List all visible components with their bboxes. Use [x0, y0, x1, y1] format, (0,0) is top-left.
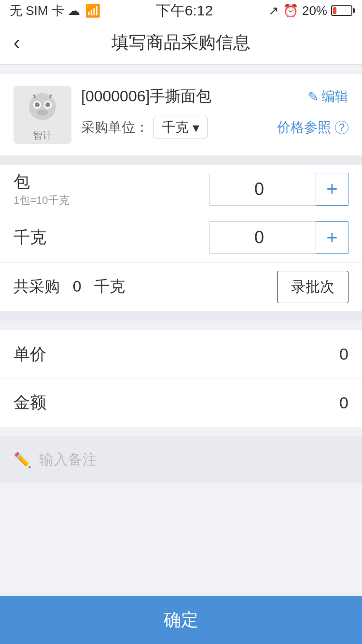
divider-1: [0, 155, 362, 165]
amount-row: 金额 0: [0, 378, 362, 427]
bag-quantity-input[interactable]: [209, 173, 316, 206]
location-icon: ↗: [268, 3, 279, 18]
price-ref-help-icon: ?: [335, 121, 348, 134]
status-bar-right: ↗ ⏰ 20%: [268, 3, 352, 18]
amount-label: 金额: [14, 392, 46, 414]
summary-row: 共采购 0 千克 录批次: [0, 263, 362, 311]
status-bar-time: 下午6:12: [156, 1, 213, 21]
nav-bar: ‹ 填写商品采购信息: [0, 21, 362, 65]
bag-input-row: 包 1包=10千克 +: [0, 165, 362, 213]
bag-label-container: 包 1包=10千克: [14, 171, 70, 208]
price-section: 单价 0 金额 0: [0, 330, 362, 427]
back-button[interactable]: ‹: [14, 32, 20, 54]
unit-selector[interactable]: 千克 ▾: [153, 116, 208, 139]
kg-plus-button[interactable]: +: [316, 221, 348, 254]
unit-label: 采购单位：: [81, 118, 149, 137]
back-icon[interactable]: ‹: [14, 32, 20, 54]
svg-point-4: [45, 102, 50, 107]
input-section: 包 1包=10千克 + 千克 + 共采购 0 千克: [0, 165, 362, 311]
battery-percent: 20%: [302, 3, 327, 18]
status-bar-left: 无 SIM 卡 ☁ 📶: [10, 2, 100, 19]
wifi-icon: 📶: [85, 3, 100, 18]
product-name: [0000006]手撕面包: [81, 86, 211, 107]
amount-value: 0: [339, 393, 348, 412]
bag-label: 包: [14, 171, 70, 193]
product-info: [0000006]手撕面包 ✎ 编辑 采购单位： 千克 ▾ 价格参照 ?: [81, 86, 348, 139]
confirm-button[interactable]: 确定: [0, 596, 362, 644]
notes-placeholder: 输入备注: [39, 450, 97, 470]
status-bar: 无 SIM 卡 ☁ 📶 下午6:12 ↗ ⏰ 20%: [0, 0, 362, 21]
notes-section[interactable]: ✏️ 输入备注: [0, 436, 362, 483]
page-title: 填写商品采购信息: [111, 31, 251, 55]
price-ref-button[interactable]: 价格参照 ?: [277, 118, 348, 137]
svg-point-5: [37, 110, 48, 115]
edit-button[interactable]: ✎ 编辑: [307, 87, 348, 106]
unit-price-value: 0: [339, 345, 348, 364]
svg-point-0: [29, 93, 56, 120]
unit-price-label: 单价: [14, 343, 46, 365]
batch-button[interactable]: 录批次: [277, 271, 348, 303]
notes-edit-icon: ✏️: [14, 451, 31, 468]
sim-status: 无 SIM 卡 ☁: [10, 2, 80, 19]
kg-quantity-input[interactable]: [209, 221, 316, 254]
summary-text: 共采购 0 千克: [14, 276, 125, 297]
unit-price-row: 单价 0: [0, 330, 362, 378]
product-card: 智计 [0000006]手撕面包 ✎ 编辑 采购单位： 千克 ▾: [0, 74, 362, 155]
alarm-icon: ⏰: [283, 3, 298, 18]
svg-point-3: [35, 102, 40, 107]
edit-icon: ✎: [307, 89, 319, 105]
kg-label: 千克: [14, 226, 46, 249]
bag-sublabel: 1包=10千克: [14, 193, 70, 208]
unit-value: 千克: [162, 118, 189, 137]
divider-2: [0, 311, 362, 321]
kg-input-row: 千克 +: [0, 213, 362, 262]
battery-icon: [331, 5, 352, 16]
product-thumbnail: 智计: [23, 88, 62, 142]
bag-plus-button[interactable]: +: [316, 173, 348, 206]
price-ref-label: 价格参照: [277, 118, 331, 137]
product-image: 智计: [14, 86, 71, 144]
unit-dropdown-icon: ▾: [193, 120, 199, 136]
